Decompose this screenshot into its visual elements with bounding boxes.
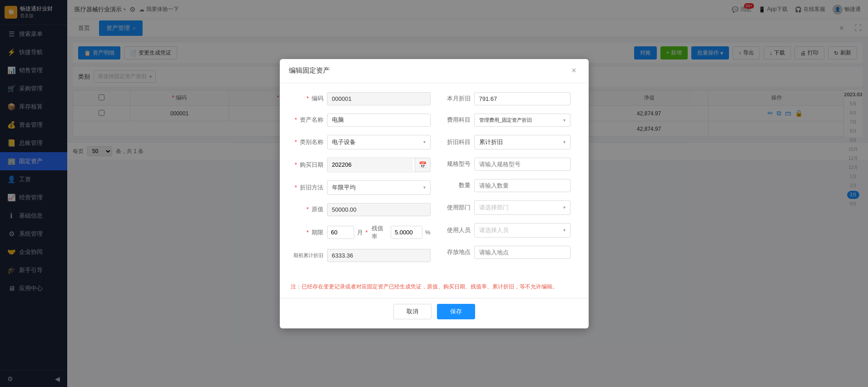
model-label: 规格型号 <box>438 160 474 168</box>
residual-rate-label: 残值率 <box>372 224 388 241</box>
calendar-icon[interactable]: 📅 <box>415 158 430 172</box>
residual-required-star: * <box>366 229 368 236</box>
save-button[interactable]: 保存 <box>437 304 475 319</box>
form-row-initial-accumulated: 期初累计折旧 <box>291 249 438 262</box>
form-row-code: * 编码 <box>291 92 438 105</box>
location-label: 存放地点 <box>438 248 474 256</box>
code-input[interactable] <box>327 92 431 105</box>
expense-account-arrow-icon: ▾ <box>563 118 565 123</box>
period-inline: 月 * 残值率 % <box>327 224 431 241</box>
original-value-label: * 原值 <box>291 205 327 213</box>
modal-title: 编辑固定资产 <box>289 66 330 75</box>
depreciation-account-value: 累计折旧 <box>479 138 503 146</box>
form-row-original-value: * 原值 <box>291 203 438 216</box>
user-placeholder: 请选择人员 <box>479 226 509 234</box>
asset-name-label: * 资产名称 <box>291 116 327 124</box>
monthly-depreciation-label: 本月折旧 <box>438 94 474 103</box>
category-name-label: * 类别名称 <box>291 138 327 146</box>
form-row-purchase-date: * 购买日期 📅 <box>291 158 438 172</box>
department-select[interactable]: 请选择部门 ▾ <box>474 200 570 215</box>
cancel-button[interactable]: 取消 <box>393 304 432 319</box>
form-row-location: 存放地点 <box>438 246 578 259</box>
asset-name-input[interactable] <box>327 114 431 127</box>
modal-close-button[interactable]: × <box>569 65 580 76</box>
purchase-date-input-container: 📅 <box>327 158 431 172</box>
expense-account-select[interactable]: 管理费用_固定资产折旧 ▾ <box>474 114 570 127</box>
form-row-asset-name: * 资产名称 <box>291 114 438 127</box>
modal-form-left: * 编码 * 资产名称 <box>291 92 438 270</box>
modal-header: 编辑固定资产 × <box>280 59 589 83</box>
modal-body: * 编码 * 资产名称 <box>280 83 589 279</box>
modal-form: * 编码 * 资产名称 <box>291 92 578 270</box>
modal-footer: 取消 保存 <box>280 298 589 328</box>
expense-account-label: 费用科目 <box>438 116 474 124</box>
depreciation-method-value: 年限平均 <box>332 184 356 192</box>
modal-overlay[interactable]: 编辑固定资产 × * 编码 <box>0 0 868 387</box>
period-input[interactable] <box>327 226 354 239</box>
user-arrow-icon: ▾ <box>563 228 565 233</box>
depreciation-account-arrow-icon: ▾ <box>563 139 565 144</box>
form-row-expense-account: 费用科目 管理费用_固定资产折旧 ▾ <box>438 114 578 127</box>
depreciation-method-label: * 折旧方法 <box>291 184 327 192</box>
purchase-date-label: * 购买日期 <box>291 161 327 169</box>
initial-accumulated-label: 期初累计折旧 <box>291 252 327 259</box>
form-row-quantity: 数量 <box>438 179 578 192</box>
form-row-category: * 类别名称 电子设备 ▾ <box>291 135 438 149</box>
depreciation-account-select[interactable]: 累计折旧 ▾ <box>474 135 570 149</box>
form-row-depreciation-method: * 折旧方法 年限平均 ▾ <box>291 180 438 195</box>
depreciation-method-select[interactable]: 年限平均 ▾ <box>327 180 431 195</box>
category-select[interactable]: 电子设备 ▾ <box>327 135 431 149</box>
model-input[interactable] <box>474 158 570 171</box>
quantity-label: 数量 <box>438 181 474 189</box>
period-unit: 月 <box>357 228 363 237</box>
category-select-arrow-icon: ▾ <box>423 139 426 144</box>
form-row-monthly-depreciation: 本月折旧 <box>438 92 578 105</box>
code-label: * 编码 <box>291 94 327 103</box>
monthly-depreciation-input[interactable] <box>474 92 570 105</box>
period-label: * 期限 <box>291 228 327 237</box>
depreciation-method-arrow-icon: ▾ <box>423 185 426 190</box>
depreciation-account-label: 折旧科目 <box>438 138 474 146</box>
edit-asset-modal: 编辑固定资产 × * 编码 <box>280 59 589 328</box>
user-select[interactable]: 请选择人员 ▾ <box>474 223 570 238</box>
initial-accumulated-input[interactable] <box>327 249 431 262</box>
modal-note: 注：已经存在变更记录或者对应固定资产已经生成凭证，原值、购买日期、残值率、累计折… <box>280 279 589 298</box>
purchase-date-input[interactable] <box>327 159 413 171</box>
form-row-period: * 期限 月 * 残值率 % <box>291 224 438 241</box>
modal-form-right: 本月折旧 费用科目 管理费用_固定资产折旧 ▾ 折旧科目 <box>438 92 578 270</box>
form-row-department: 使用部门 请选择部门 ▾ <box>438 200 578 215</box>
quantity-input[interactable] <box>474 179 570 192</box>
location-input[interactable] <box>474 246 570 259</box>
residual-rate-input[interactable] <box>391 226 422 239</box>
original-value-input[interactable] <box>327 203 431 216</box>
department-placeholder: 请选择部门 <box>479 203 509 212</box>
department-arrow-icon: ▾ <box>563 205 565 210</box>
user-label: 使用人员 <box>438 226 474 234</box>
residual-unit: % <box>425 229 431 236</box>
category-value: 电子设备 <box>332 138 356 146</box>
expense-account-value: 管理费用_固定资产折旧 <box>479 117 532 124</box>
form-row-user: 使用人员 请选择人员 ▾ <box>438 223 578 238</box>
form-row-depreciation-account: 折旧科目 累计折旧 ▾ <box>438 135 578 149</box>
department-label: 使用部门 <box>438 203 474 212</box>
form-row-model: 规格型号 <box>438 158 578 171</box>
